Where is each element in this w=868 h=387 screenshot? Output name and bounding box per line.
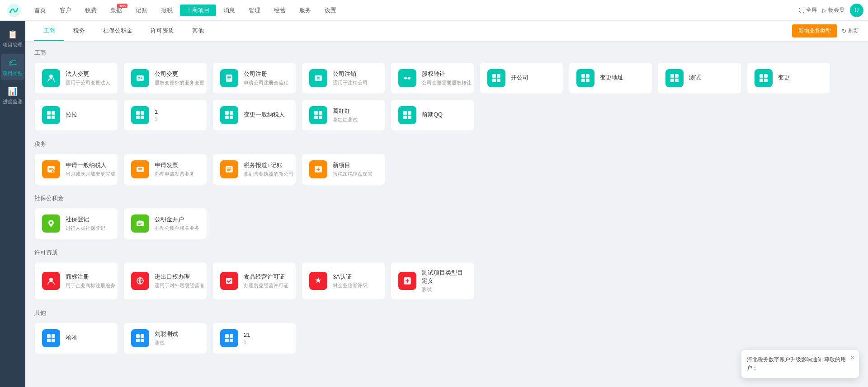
card-icon-gs1 — [42, 69, 60, 87]
card-ot1[interactable]: 哈哈 — [34, 322, 118, 354]
sub-header-actions: 新增业务类型 ↻ 刷新 — [792, 24, 859, 37]
card-desc-gs1: 适用于公司变更法人 — [66, 79, 110, 86]
card-icon-zz2 — [131, 272, 149, 290]
card-gs2[interactable]: 公司变更股权变更外的业务变更 — [123, 62, 207, 94]
nav-item-message[interactable]: 消息 — [217, 5, 241, 16]
card-icon-gs3 — [220, 69, 238, 87]
card-gs8[interactable]: 测试 — [658, 62, 741, 94]
svg-rect-44 — [319, 111, 322, 115]
card-sb2[interactable]: 公积金开户办理公积金相关业务 — [123, 208, 207, 239]
card-sb1[interactable]: 社保登记进行人员社保登记 — [34, 208, 118, 239]
svg-rect-23 — [670, 74, 674, 78]
nav-item-manage[interactable]: 管理 — [242, 5, 267, 16]
card-gs7[interactable]: 变更地址 — [569, 62, 652, 94]
nav-item-operate[interactable]: 经营 — [268, 5, 292, 16]
svg-rect-53 — [137, 167, 144, 172]
card-name-gs8: 测试 — [689, 74, 701, 82]
card-name-gs2: 公司变更 — [155, 70, 204, 78]
card-text-sw4: 新项目报税加税控盘保管 — [333, 161, 373, 177]
svg-rect-9 — [227, 76, 231, 77]
card-text-gs12: 变更一般纳税人 — [244, 111, 285, 120]
nav-item-charge[interactable]: 收费 — [79, 5, 103, 16]
card-gs14[interactable]: 前期QQ — [391, 99, 474, 131]
svg-rect-10 — [227, 77, 231, 78]
card-name-gs9: 变更 — [778, 74, 790, 82]
nav-item-service[interactable]: 服务 — [293, 5, 317, 16]
card-desc-ot2: 测试 — [155, 340, 178, 346]
sidebar-item-project-manage[interactable]: 📋项目管理 — [1, 25, 24, 52]
card-gs9[interactable]: 变更 — [747, 62, 830, 94]
member-button[interactable]: ▷ 畅会员 — [822, 6, 844, 14]
svg-rect-8 — [226, 75, 232, 82]
sub-tab-gongshang[interactable]: 工商 — [34, 21, 64, 41]
notification-close-button[interactable]: × — [850, 354, 854, 362]
cards-grid-other: 哈哈 刘聪测试测试 211 — [34, 322, 859, 354]
card-gs11[interactable]: 11 — [123, 99, 207, 131]
card-desc-zz1: 用于企业商标注册服务 — [66, 282, 115, 289]
card-gs3[interactable]: 公司注册申请公司注册全流程 — [212, 62, 296, 94]
sub-tab-shuiwu[interactable]: 税务 — [64, 21, 94, 41]
sidebar-item-progress-monitor[interactable]: 📊进度监测 — [1, 82, 24, 109]
card-icon-gs5 — [398, 69, 416, 87]
card-sw3[interactable]: 税务报道+记账拿到营业执照的新公司 — [212, 154, 296, 185]
nav-item-tax[interactable]: 报税 — [155, 5, 179, 16]
nav-item-home[interactable]: 首页 — [28, 5, 52, 16]
svg-rect-70 — [136, 339, 140, 342]
card-zz2[interactable]: 进出口权办理适用于对外贸易经营者 — [123, 262, 207, 300]
section-title-gongshang: 工商 — [34, 49, 859, 57]
card-text-sw2: 申请发票办理申请发票业务 — [155, 161, 194, 177]
card-icon-gs8 — [665, 69, 684, 87]
nav-item-project[interactable]: 工商项目 — [180, 5, 216, 16]
card-zz4[interactable]: 3A认证对企业信誉评级 — [302, 262, 385, 300]
svg-rect-37 — [136, 116, 140, 119]
cards-grid-gongshang: 法人变更适用于公司变更法人公司变更股权变更外的业务变更公司注册申请公司注册全流程… — [34, 62, 859, 131]
section-title-other: 其他 — [34, 309, 859, 317]
card-gs1[interactable]: 法人变更适用于公司变更法人 — [34, 62, 118, 94]
card-icon-zz3 — [220, 272, 238, 290]
sidebar-item-project-type[interactable]: 🏷项目类型 — [1, 54, 24, 80]
add-type-button[interactable]: 新增业务类型 — [792, 24, 837, 37]
avatar[interactable]: U — [850, 4, 863, 17]
card-sw2[interactable]: 申请发票办理申请发票业务 — [123, 154, 207, 185]
nav-item-account[interactable]: 记账 — [129, 5, 154, 16]
section-shuiwu: 税务申请一般纳税人当月或次月成变更完成申请发票办理申请发票业务税务报道+记账拿到… — [34, 140, 859, 185]
card-zz5[interactable]: 测试项目类型目定义测试 — [391, 262, 474, 300]
svg-rect-38 — [141, 116, 144, 119]
card-gs5[interactable]: 股权转让公司变更需要股权转让 — [391, 62, 474, 94]
fullscreen-button[interactable]: ⛶ 全屏 — [799, 6, 817, 14]
nav-item-client[interactable]: 客户 — [53, 5, 78, 16]
svg-rect-46 — [319, 116, 322, 119]
card-ot2[interactable]: 刘聪测试测试 — [123, 322, 207, 354]
card-gs6[interactable]: 开公司 — [480, 62, 563, 94]
refresh-button[interactable]: ↻ 刷新 — [842, 27, 859, 35]
sub-tab-other[interactable]: 其他 — [183, 21, 213, 41]
card-sw1[interactable]: 申请一般纳税人当月或次月成变更完成 — [34, 154, 118, 185]
card-zz1[interactable]: 商标注册用于企业商标注册服务 — [34, 262, 118, 300]
nav-items: 首页客户收费票据new记账报税工商项目消息管理经营服务设置 — [28, 5, 799, 16]
fullscreen-label: 全屏 — [806, 6, 817, 14]
refresh-icon: ↻ — [842, 28, 846, 34]
card-text-zz2: 进出口权办理适用于对外贸易经营者 — [155, 273, 204, 289]
card-desc-sw1: 当月或次月成变更完成 — [66, 171, 115, 177]
nav-item-ticket[interactable]: 票据new — [104, 5, 128, 16]
card-sw4[interactable]: 新项目报税加税控盘保管 — [302, 154, 385, 185]
card-icon-sb2 — [131, 214, 149, 233]
card-text-gs3: 公司注册申请公司注册全流程 — [244, 70, 288, 86]
card-name-sb2: 公积金开户 — [155, 215, 199, 224]
sub-tab-shebao[interactable]: 社保公积金 — [94, 21, 142, 41]
svg-rect-58 — [139, 220, 140, 222]
app-logo[interactable] — [5, 1, 24, 20]
card-gs4[interactable]: 公司注销适用于注销公司 — [302, 62, 385, 94]
sub-tab-zizhi[interactable]: 许可资质 — [142, 21, 183, 41]
card-gs12[interactable]: 变更一般纳税人 — [212, 99, 296, 131]
svg-rect-42 — [230, 116, 233, 119]
card-icon-gs7 — [576, 69, 594, 87]
card-zz3[interactable]: 食品经营许可证办理食品经营许可证 — [212, 262, 296, 300]
card-name-gs6: 开公司 — [511, 74, 528, 82]
card-name-gs11: 1 — [155, 108, 158, 115]
card-ot3[interactable]: 211 — [212, 322, 296, 354]
svg-rect-7 — [141, 78, 142, 79]
nav-item-settings[interactable]: 设置 — [318, 5, 343, 16]
card-gs10[interactable]: 拉拉 — [34, 99, 118, 131]
card-gs13[interactable]: 葛红红葛红红测试 — [302, 99, 385, 131]
